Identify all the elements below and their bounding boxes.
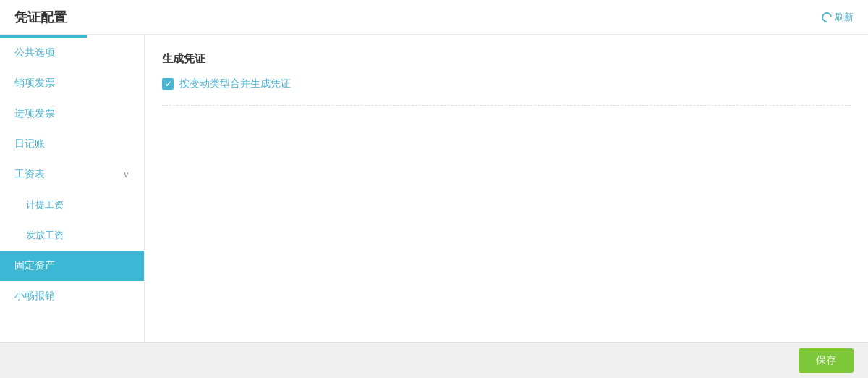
section-divider <box>162 105 851 106</box>
sidebar-item-label: 计提工资 <box>26 198 64 211</box>
sidebar-item-label: 公共选项 <box>14 46 55 59</box>
sidebar-item-sales-invoice[interactable]: 销项发票 <box>0 68 144 98</box>
sidebar-item-purchase-invoice[interactable]: 进项发票 <box>0 98 144 129</box>
sidebar-item-label: 日记账 <box>14 138 45 151</box>
merge-by-type-checkbox[interactable] <box>162 78 174 90</box>
refresh-label: 刷新 <box>835 11 854 24</box>
sidebar-item-label: 小畅报销 <box>14 290 55 303</box>
sidebar-item-label: 固定资产 <box>14 259 55 272</box>
sidebar-item-issue-payroll[interactable]: 发放工资 <box>0 220 144 251</box>
sidebar-item-commission-payroll[interactable]: 计提工资 <box>0 190 144 220</box>
main-content: 生成凭证 按变动类型合并生成凭证 <box>145 35 868 342</box>
header: 凭证配置 刷新 <box>0 0 868 35</box>
chevron-down-icon: ∨ <box>123 169 129 180</box>
sidebar-item-journal[interactable]: 日记账 <box>0 129 144 159</box>
sidebar-item-label: 发放工资 <box>26 229 64 242</box>
body: 公共选项销项发票进项发票日记账工资表∨计提工资发放工资固定资产小畅报销 生成凭证… <box>0 35 868 342</box>
sidebar-item-petty-expense[interactable]: 小畅报销 <box>0 281 144 311</box>
sidebar: 公共选项销项发票进项发票日记账工资表∨计提工资发放工资固定资产小畅报销 <box>0 35 145 342</box>
refresh-icon <box>820 10 834 25</box>
save-button[interactable]: 保存 <box>799 348 854 373</box>
footer: 保存 <box>0 342 868 378</box>
merge-by-type-label[interactable]: 按变动类型合并生成凭证 <box>179 77 291 91</box>
sidebar-item-public-options[interactable]: 公共选项 <box>0 38 144 68</box>
sidebar-item-label: 销项发票 <box>14 77 55 90</box>
page-title: 凭证配置 <box>14 9 67 26</box>
sidebar-item-label: 工资表 <box>14 168 45 181</box>
sidebar-item-payroll-table[interactable]: 工资表∨ <box>0 159 144 190</box>
checkbox-row[interactable]: 按变动类型合并生成凭证 <box>162 77 851 91</box>
section-title: 生成凭证 <box>162 52 851 66</box>
sidebar-item-label: 进项发票 <box>14 107 55 120</box>
refresh-button[interactable]: 刷新 <box>822 11 854 24</box>
sidebar-item-fixed-assets[interactable]: 固定资产 <box>0 251 144 281</box>
